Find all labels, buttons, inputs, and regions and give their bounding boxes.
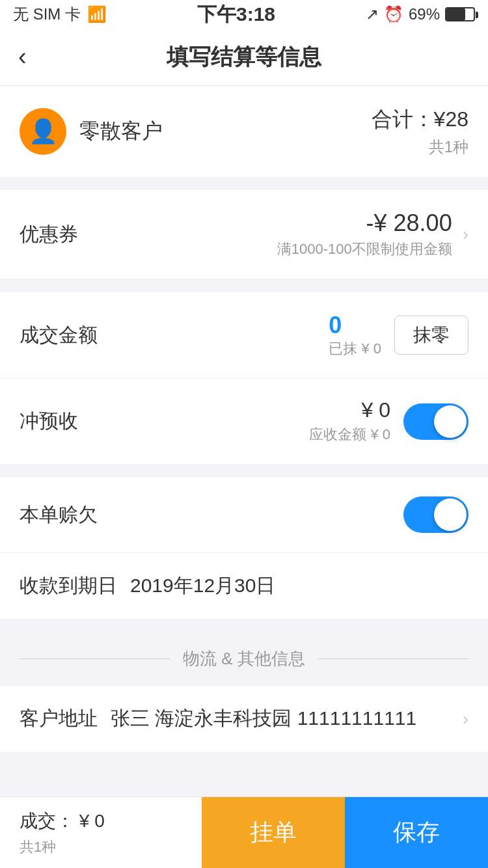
pre-receive-values: ¥ 0 应收金额 ¥ 0 [309,398,390,444]
toggle-knob [434,405,467,438]
deferred-toggle[interactable] [403,496,468,533]
divider-line-right [318,658,468,659]
save-button[interactable]: 保存 [345,797,488,869]
deferred-section: 本单赊欠 收款到期日 2019年12月30日 [0,477,488,619]
avatar-icon: 👤 [29,118,58,145]
wifi-icon: 📶 [87,5,107,23]
nav-bar: ‹ 填写结算等信息 [0,29,488,86]
logistics-label: 物流 & 其他信息 [183,647,305,670]
customer-right: 合计：¥28 共1种 [372,105,468,157]
address-chevron-icon: › [463,709,468,729]
location-icon: ↗ [366,5,379,23]
deal-amount-sub: 已抹 ¥ 0 [329,339,381,359]
pre-receive-toggle[interactable] [403,403,468,440]
due-date-row: 收款到期日 2019年12月30日 [0,553,488,619]
hold-button[interactable]: 挂单 [202,797,345,869]
round-down-button[interactable]: 抹零 [394,316,468,355]
alarm-icon: ⏰ [384,5,403,23]
coupon-section[interactable]: 优惠券 -¥ 28.00 满1000-100不限制使用金额 › [0,190,488,279]
customer-name: 零散客户 [79,117,163,146]
coupon-values: -¥ 28.00 满1000-100不限制使用金额 [277,210,452,259]
bottom-count: 共1种 [20,837,182,857]
coupon-desc: 满1000-100不限制使用金额 [277,239,452,259]
coupon-label: 优惠券 [20,221,78,248]
address-row[interactable]: 客户地址 张三 海淀永丰科技园 11111111111 › [0,686,488,752]
coupon-right: -¥ 28.00 满1000-100不限制使用金额 › [277,210,468,259]
bottom-deal-amount: 成交： ¥ 0 [20,809,182,834]
deal-amount-right: 0 已抹 ¥ 0 抹零 [329,312,468,359]
chevron-right-icon: › [463,224,468,245]
total-amount: 合计：¥28 [372,105,468,134]
status-right: ↗ ⏰ 69% [366,5,475,23]
deal-amount-value: 0 [329,312,381,339]
bottom-deal-value: ¥ 0 [79,811,105,831]
deferred-row: 本单赊欠 [0,477,488,553]
coupon-amount: -¥ 28.00 [277,210,452,237]
bottom-bar: 成交： ¥ 0 共1种 挂单 保存 [0,796,488,868]
back-button[interactable]: ‹ [18,43,27,71]
deferred-toggle-knob [434,498,467,531]
pre-receive-label: 冲预收 [20,408,78,435]
deal-amount-row: 成交金额 0 已抹 ¥ 0 抹零 [0,292,488,379]
sim-label: 无 SIM 卡 [13,4,81,25]
status-bar: 无 SIM 卡 📶 下午3:18 ↗ ⏰ 69% [0,0,488,29]
pre-receive-right: ¥ 0 应收金额 ¥ 0 [309,398,468,444]
customer-section: 👤 零散客户 合计：¥28 共1种 [0,86,488,177]
pre-receive-row: 冲预收 ¥ 0 应收金额 ¥ 0 [0,379,488,464]
due-date-label: 收款到期日 [20,573,117,599]
deal-section: 成交金额 0 已抹 ¥ 0 抹零 冲预收 ¥ 0 应收金额 ¥ 0 [0,292,488,464]
status-time: 下午3:18 [197,1,275,28]
deal-amount-label: 成交金额 [20,322,98,349]
customer-left: 👤 零散客户 [20,108,163,155]
bottom-deal-label: 成交： [20,811,74,831]
divider-line-left [20,658,170,659]
status-left: 无 SIM 卡 📶 [13,4,107,25]
page-title: 填写结算等信息 [167,42,321,72]
pre-receive-amount: ¥ 0 [309,398,390,422]
address-section[interactable]: 客户地址 张三 海淀永丰科技园 11111111111 › [0,686,488,752]
battery-icon [445,7,475,21]
address-label: 客户地址 [20,705,98,732]
pre-receivable-label: 应收金额 ¥ 0 [309,425,390,444]
logistics-divider: 物流 & 其他信息 [0,632,488,686]
total-count: 共1种 [372,137,468,157]
bottom-info: 成交： ¥ 0 共1种 [0,809,202,857]
address-value: 张三 海淀永丰科技园 11111111111 [111,705,463,732]
deferred-label: 本单赊欠 [20,502,98,528]
avatar: 👤 [20,108,66,155]
due-date-value: 2019年12月30日 [130,573,275,599]
coupon-row[interactable]: 优惠券 -¥ 28.00 满1000-100不限制使用金额 › [0,190,488,279]
battery-percent: 69% [409,5,440,23]
